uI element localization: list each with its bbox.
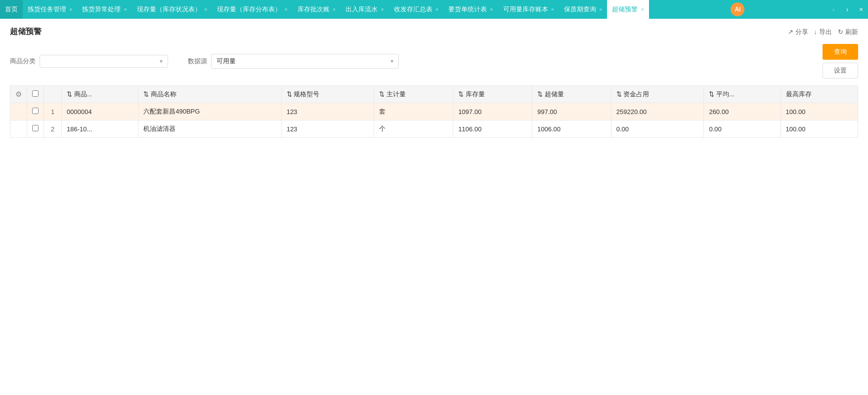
- header-stock[interactable]: ⇅ 库存量: [453, 86, 532, 103]
- cell-row-num: 2: [44, 120, 62, 138]
- header-spec-label: 规格型号: [294, 90, 319, 98]
- datasource-select[interactable]: 可用量 ▾: [211, 54, 399, 69]
- sort-icon-avg: ⇅: [709, 90, 714, 98]
- header-overstock[interactable]: ⇅ 超储量: [532, 86, 611, 103]
- nav-item-available-account[interactable]: 可用量库存账本×: [498, 0, 559, 19]
- nav-item-inventory-dist[interactable]: 现存量（库存分布表）×: [212, 0, 292, 19]
- header-checkbox: [27, 86, 44, 103]
- nav-item-inventory-status[interactable]: 现存量（库存状况表）×: [132, 0, 212, 19]
- sort-icon-product-name: ⇅: [143, 90, 149, 98]
- header-product-code[interactable]: ⇅ 商品...: [62, 86, 138, 103]
- header-product-code-label: 商品...: [74, 90, 92, 98]
- top-bar-right: Ai: [725, 1, 750, 17]
- nav-close-batch-account[interactable]: ×: [333, 6, 336, 12]
- nav-close-abnormal[interactable]: ×: [124, 6, 127, 12]
- export-button[interactable]: ↓ 导出: [814, 28, 832, 37]
- user-avatar[interactable]: Ai: [729, 1, 746, 17]
- cell-row-num: 1: [44, 103, 62, 120]
- header-capital[interactable]: ⇅ 资金占用: [611, 86, 704, 103]
- cell-settings: [10, 103, 27, 120]
- header-stock-label: 库存量: [466, 90, 485, 98]
- cell-overstock: 1006.00: [532, 120, 611, 138]
- page-title-row: 超储预警 ↗ 分享 ↓ 导出 ↻ 刷新: [10, 27, 858, 37]
- nav-close-inventory-status[interactable]: ×: [204, 6, 207, 12]
- settings-button[interactable]: 设置: [823, 63, 858, 79]
- sort-icon-capital: ⇅: [616, 90, 622, 98]
- nav-item-home[interactable]: 首页: [0, 0, 23, 19]
- cell-product-code: 0000004: [62, 103, 138, 120]
- cell-product-name: 机油滤清器: [138, 120, 281, 138]
- nav-next-button[interactable]: ›: [840, 0, 854, 19]
- cell-checkbox: [27, 103, 44, 120]
- avatar: Ai: [731, 2, 744, 16]
- nav-close-inventory-dist[interactable]: ×: [284, 6, 287, 12]
- nav-item-batch-account[interactable]: 库存批次账×: [293, 0, 341, 19]
- refresh-button[interactable]: ↻ 刷新: [838, 28, 858, 37]
- cell-spec: 123: [281, 120, 374, 138]
- table-body: 10000004六配套新昌490BPG123套1097.00997.002592…: [10, 103, 858, 138]
- nav-close-all-button[interactable]: ×: [854, 0, 868, 19]
- refresh-label: 刷新: [845, 28, 858, 37]
- refresh-icon: ↻: [838, 28, 843, 36]
- datasource-value: 可用量: [217, 57, 236, 66]
- export-icon: ↓: [814, 28, 818, 36]
- row-checkbox[interactable]: [32, 108, 39, 114]
- share-icon: ↗: [788, 28, 793, 36]
- query-button[interactable]: 查询: [823, 44, 858, 60]
- sort-icon-stock: ⇅: [458, 90, 464, 98]
- cell-settings: [10, 120, 27, 138]
- header-unit[interactable]: ⇅ 主计量: [374, 86, 453, 103]
- nav-prev-button[interactable]: ‹: [826, 0, 840, 19]
- nav-close-recv-send[interactable]: ×: [435, 6, 438, 12]
- cell-checkbox: [27, 120, 44, 138]
- cell-unit: 套: [374, 103, 453, 120]
- sort-icon-spec: ⇅: [287, 90, 292, 98]
- category-arrow-icon: ▾: [160, 58, 163, 65]
- header-spec[interactable]: ⇅ 规格型号: [281, 86, 374, 103]
- cell-overstock: 997.00: [532, 103, 611, 120]
- nav-item-task-mgmt[interactable]: 拣货任务管理×: [23, 0, 77, 19]
- share-button[interactable]: ↗ 分享: [788, 28, 808, 37]
- nav-close-expiry[interactable]: ×: [599, 6, 602, 12]
- sort-icon-product-code: ⇅: [67, 90, 72, 98]
- nav-close-overstock[interactable]: ×: [641, 6, 644, 12]
- title-actions: ↗ 分享 ↓ 导出 ↻ 刷新: [788, 28, 859, 37]
- cell-capital: 259220.00: [611, 103, 704, 120]
- datasource-arrow-icon: ▾: [391, 58, 393, 65]
- cell-stock: 1106.00: [453, 120, 532, 138]
- category-filter: 商品分类 ▾: [10, 55, 168, 68]
- category-label: 商品分类: [10, 57, 36, 66]
- header-product-name[interactable]: ⇅ 商品名称: [138, 86, 281, 103]
- datasource-filter: 数据源 可用量 ▾: [188, 54, 399, 69]
- nav-close-task-mgmt[interactable]: ×: [69, 6, 72, 12]
- nav-close-in-out-flow[interactable]: ×: [381, 6, 384, 12]
- header-max-stock-label: 最高库存: [786, 90, 812, 98]
- nav-item-in-out-flow[interactable]: 出入库流水×: [341, 0, 389, 19]
- data-table: ⚙ ⇅ 商品... ⇅ 商品名称 ⇅ 规格型号: [10, 85, 858, 138]
- cell-max-stock: 100.00: [781, 103, 858, 120]
- table-row: 10000004六配套新昌490BPG123套1097.00997.002592…: [10, 103, 858, 120]
- gear-icon: ⚙: [15, 90, 22, 98]
- filter-row: 商品分类 ▾ 数据源 可用量 ▾ 查询 设置: [10, 44, 858, 79]
- nav-item-recv-send[interactable]: 收发存汇总表×: [389, 0, 443, 19]
- nav-close-available-account[interactable]: ×: [551, 6, 554, 12]
- cell-max-stock: 100.00: [781, 120, 858, 138]
- nav-arrows: ‹ › ×: [826, 0, 868, 19]
- export-label: 导出: [819, 28, 832, 37]
- category-select[interactable]: ▾: [40, 55, 168, 68]
- row-checkbox[interactable]: [32, 125, 39, 131]
- cell-product-name: 六配套新昌490BPG: [138, 103, 281, 120]
- header-avg[interactable]: ⇅ 平均...: [704, 86, 781, 103]
- header-unit-label: 主计量: [387, 90, 406, 98]
- nav-item-abnormal[interactable]: 拣货异常处理×: [77, 0, 131, 19]
- nav-item-overstock[interactable]: 超储预警×: [607, 0, 649, 19]
- header-settings[interactable]: ⚙: [10, 86, 27, 103]
- top-navigation: 首页拣货任务管理×拣货异常处理×现存量（库存状况表）×现存量（库存分布表）×库存…: [0, 0, 868, 19]
- select-all-checkbox[interactable]: [32, 90, 39, 97]
- nav-item-order-stats[interactable]: 要货单统计表×: [443, 0, 498, 19]
- page-title: 超储预警: [10, 27, 42, 37]
- table-row: 2186-10...机油滤清器123个1106.001006.000.000.0…: [10, 120, 858, 138]
- nav-item-expiry[interactable]: 保质期查询×: [559, 0, 607, 19]
- nav-close-order-stats[interactable]: ×: [490, 6, 493, 12]
- sort-icon-overstock: ⇅: [537, 90, 543, 98]
